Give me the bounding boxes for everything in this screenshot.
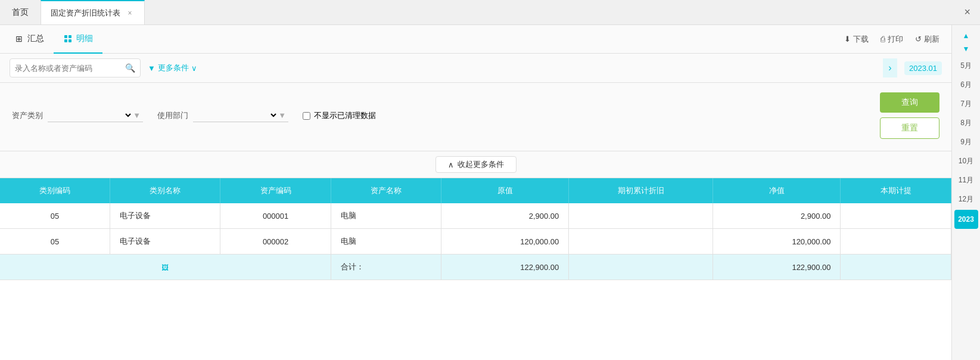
- svg-rect-1: [69, 35, 71, 38]
- cell-net-value: 2,900.00: [713, 203, 841, 229]
- refresh-icon: ↺: [915, 35, 922, 44]
- nav-up-button[interactable]: ▲: [957, 30, 976, 42]
- table-row: 05 电子设备 000002 电脑 120,000.00 120,000.00: [0, 229, 951, 255]
- search-input-wrap: 🔍: [10, 58, 141, 77]
- tab-active[interactable]: 固定资产折旧统计表 ×: [41, 0, 145, 24]
- print-button[interactable]: ⎙ 打印: [881, 34, 903, 45]
- th-accumulated-depreciation: 期初累计折旧: [569, 178, 713, 203]
- department-filter: 使用部门 ▼: [157, 109, 288, 122]
- window-close-button[interactable]: ×: [964, 6, 970, 18]
- cell-category-code: 05: [0, 229, 110, 255]
- total-icon: 🖼: [161, 263, 169, 272]
- left-panel: ⊞ 汇总 明细 ⬇: [0, 25, 951, 360]
- sidebar-month-item[interactable]: 5月: [954, 56, 978, 75]
- total-current-depreciation: [841, 255, 951, 280]
- th-current-depreciation: 本期计提: [841, 178, 951, 203]
- reset-button[interactable]: 重置: [880, 117, 939, 139]
- detail-icon: [63, 34, 73, 44]
- cell-original-value: 120,000.00: [441, 229, 569, 255]
- date-badge: 2023.01: [904, 61, 942, 75]
- collapse-arrow-icon: ∧: [448, 160, 454, 169]
- tab-summary[interactable]: ⊞ 汇总: [5, 26, 54, 54]
- table-total-row: 🖼 合计： 122,900.00 122,900.00: [0, 255, 951, 280]
- table-header-row: 类别编码 类别名称 资产编码 资产名称 原值 期初累计折旧 净值 本期计提: [0, 178, 951, 203]
- table-row: 05 电子设备 000001 电脑 2,900.00 2,900.00: [0, 203, 951, 229]
- asset-category-label: 资产类别: [12, 110, 43, 121]
- tab-detail[interactable]: 明细: [54, 26, 102, 54]
- svg-rect-2: [64, 39, 67, 42]
- main-content: ⊞ 汇总 明细 ⬇: [0, 25, 980, 360]
- filter-row: 资产类别 ▼ 使用部门 ▼: [12, 92, 939, 139]
- th-asset-code: 资产编码: [220, 178, 331, 203]
- sub-tabs-left: ⊞ 汇总 明细: [0, 25, 107, 53]
- download-icon: ⬇: [844, 35, 851, 44]
- cell-current-depreciation: [841, 229, 951, 255]
- sidebar-month-item[interactable]: 9月: [954, 132, 978, 151]
- download-button[interactable]: ⬇ 下载: [844, 34, 869, 45]
- tab-home[interactable]: 首页: [0, 0, 41, 24]
- refresh-label: 刷新: [924, 34, 939, 45]
- download-label: 下载: [853, 34, 869, 45]
- collapse-btn-row: ∧ 收起更多条件: [0, 151, 951, 178]
- print-label: 打印: [888, 34, 903, 45]
- department-dropdown-icon: ▼: [278, 111, 286, 120]
- cell-asset-code: 000002: [220, 229, 331, 255]
- total-label: 合计：: [331, 255, 441, 280]
- hide-cleared-checkbox[interactable]: [303, 112, 310, 120]
- more-conditions-label: 更多条件: [158, 63, 189, 73]
- svg-rect-0: [64, 35, 67, 38]
- filter-panel: 资产类别 ▼ 使用部门 ▼: [0, 83, 951, 151]
- summary-icon: ⊞: [14, 34, 24, 44]
- svg-rect-3: [69, 39, 71, 42]
- summary-label: 汇总: [27, 33, 44, 44]
- chevron-right-icon: ›: [888, 63, 891, 73]
- cell-category-name: 电子设备: [110, 203, 220, 229]
- more-conditions-button[interactable]: ▼ 更多条件 ∨: [148, 63, 197, 73]
- nav-down-button[interactable]: ▼: [957, 43, 976, 55]
- sidebar-month-item[interactable]: 11月: [954, 170, 978, 190]
- cell-original-value: 2,900.00: [441, 203, 569, 229]
- asset-category-filter: 资产类别 ▼: [12, 109, 143, 122]
- home-label: 首页: [12, 7, 29, 18]
- sidebar-month-item[interactable]: 6月: [954, 75, 978, 94]
- asset-category-select-wrap: ▼: [48, 109, 143, 122]
- asset-category-dropdown-icon: ▼: [133, 111, 141, 120]
- cell-asset-name: 电脑: [331, 203, 441, 229]
- sidebar-year[interactable]: 2023: [954, 210, 978, 229]
- cell-category-name: 电子设备: [110, 229, 220, 255]
- sidebar-month-item[interactable]: 12月: [954, 190, 978, 209]
- sidebar-month-item[interactable]: 8月: [954, 113, 978, 132]
- query-button[interactable]: 查询: [880, 92, 939, 113]
- total-icon-cell: 🖼: [0, 255, 331, 280]
- cell-accumulated-depreciation: [569, 229, 713, 255]
- department-select-wrap: ▼: [193, 109, 288, 122]
- department-label: 使用部门: [157, 110, 188, 121]
- active-tab-label: 固定资产折旧统计表: [51, 8, 120, 18]
- table-wrap: 类别编码 类别名称 资产编码 资产名称 原值 期初累计折旧 净值 本期计提 05…: [0, 178, 951, 360]
- search-icon[interactable]: 🔍: [125, 63, 135, 73]
- chevron-down-icon: ∨: [191, 64, 197, 73]
- expand-arrow-button[interactable]: ›: [883, 58, 897, 77]
- tab-close-icon[interactable]: ×: [125, 8, 135, 18]
- search-bar: 🔍 ▼ 更多条件 ∨ › 2023.01: [0, 54, 951, 83]
- refresh-button[interactable]: ↺ 刷新: [915, 34, 939, 45]
- right-sidebar: ▲ ▼ 5月6月7月8月9月10月11月12月 2023: [951, 25, 980, 360]
- tab-bar: 首页 固定资产折旧统计表 × ×: [0, 0, 980, 25]
- sidebar-month-item[interactable]: 7月: [954, 94, 978, 113]
- detail-label: 明细: [76, 33, 93, 44]
- asset-category-select[interactable]: [50, 110, 133, 120]
- th-category-code: 类别编码: [0, 178, 110, 203]
- collapse-button[interactable]: ∧ 收起更多条件: [435, 156, 517, 173]
- cell-net-value: 120,000.00: [713, 229, 841, 255]
- total-original-value: 122,900.00: [441, 255, 569, 280]
- print-icon: ⎙: [881, 35, 885, 44]
- hide-cleared-checkbox-item[interactable]: 不显示已清理数据: [303, 110, 376, 121]
- sidebar-months: 5月6月7月8月9月10月11月12月: [954, 56, 978, 209]
- th-original-value: 原值: [441, 178, 569, 203]
- cell-current-depreciation: [841, 203, 951, 229]
- department-select[interactable]: [195, 110, 278, 120]
- sidebar-month-item[interactable]: 10月: [954, 151, 978, 170]
- data-table: 类别编码 类别名称 资产编码 资产名称 原值 期初累计折旧 净值 本期计提 05…: [0, 178, 951, 280]
- search-input[interactable]: [15, 64, 125, 73]
- th-category-name: 类别名称: [110, 178, 220, 203]
